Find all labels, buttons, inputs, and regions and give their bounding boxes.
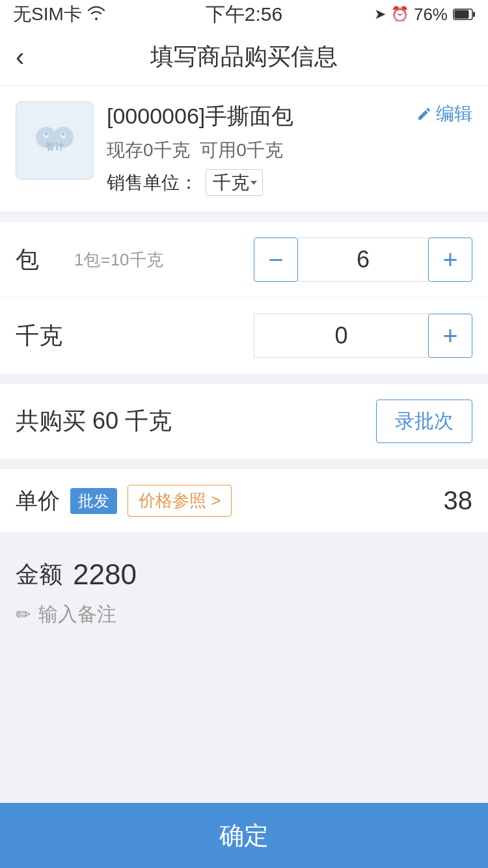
confirm-bar[interactable]: 确定 [0,803,488,868]
remark-text: 输入备注 [38,601,116,628]
bao-sublabel: 1包=10千克 [74,249,163,271]
location-icon: ➤ [374,6,386,23]
price-badge: 批发 [70,488,117,514]
qianke-row: 千克 + [0,298,488,373]
product-image: 智计 [16,102,94,180]
svg-point-7 [45,132,47,135]
status-right: ➤ ⏰ 76% [374,5,475,25]
product-name: [0000006]手撕面包 [107,102,293,131]
total-text: 共购买 60 千克 [16,405,172,437]
amount-section: 金额 2280 ✏ 输入备注 [0,543,488,644]
qianke-quantity-input[interactable] [254,314,428,358]
price-label: 单价 [16,486,60,516]
price-row: 单价 批发 价格参照 > 38 [16,485,472,517]
remark-icon: ✏ [16,604,31,625]
svg-rect-1 [455,10,469,18]
total-section: 共购买 60 千克 录批次 [0,384,488,459]
battery-text: 76% [414,5,448,25]
price-value: 38 [444,486,473,515]
back-button[interactable]: ‹ [16,42,24,72]
status-time: 下午2:56 [206,1,282,28]
product-info: [0000006]手撕面包 编辑 现存0千克 可用0千克 销售单位： 千克 [107,102,472,196]
qianke-label: 千克 [16,320,68,352]
svg-text:智计: 智计 [45,141,64,152]
product-stock: 现存0千克 可用0千克 [107,138,472,163]
bao-label: 包 [16,244,68,276]
edit-button[interactable]: 编辑 [416,102,472,126]
qianke-plus-button[interactable]: + [428,314,472,358]
product-unit-row: 销售单位： 千克 [107,169,472,196]
carrier-text: 无SIM卡 [13,2,82,27]
page-title: 填写商品购买信息 [150,41,338,73]
bao-controls: − + [254,237,472,282]
bao-minus-button[interactable]: − [254,237,298,282]
amount-row: 金额 2280 [16,558,472,591]
input-section: 包 1包=10千克 − + 千克 + [0,222,488,373]
amount-label: 金额 [16,559,62,591]
nav-bar: ‹ 填写商品购买信息 [0,29,488,86]
wifi-icon [87,4,105,25]
price-section: 单价 批发 价格参照 > 38 [0,469,488,532]
svg-rect-2 [473,12,475,17]
alarm-icon: ⏰ [391,6,409,23]
remark-row[interactable]: ✏ 输入备注 [16,601,472,628]
status-bar: 无SIM卡 下午2:56 ➤ ⏰ 76% [0,0,488,29]
product-card: 智计 [0000006]手撕面包 编辑 现存0千克 可用0千克 销售单位： [0,86,488,211]
bao-quantity-input[interactable] [298,237,428,282]
unit-select[interactable]: 千克 [206,169,263,196]
qianke-controls: + [254,314,472,358]
price-ref-button[interactable]: 价格参照 > [128,485,232,517]
svg-point-8 [62,132,64,135]
product-logo: 智计 [32,121,77,161]
amount-value: 2280 [73,558,137,591]
record-batch-button[interactable]: 录批次 [376,400,472,443]
battery-icon [453,5,475,25]
bao-plus-button[interactable]: + [428,237,472,282]
status-left: 无SIM卡 [13,2,105,27]
bao-row: 包 1包=10千克 − + [0,222,488,298]
confirm-button[interactable]: 确定 [219,819,269,852]
